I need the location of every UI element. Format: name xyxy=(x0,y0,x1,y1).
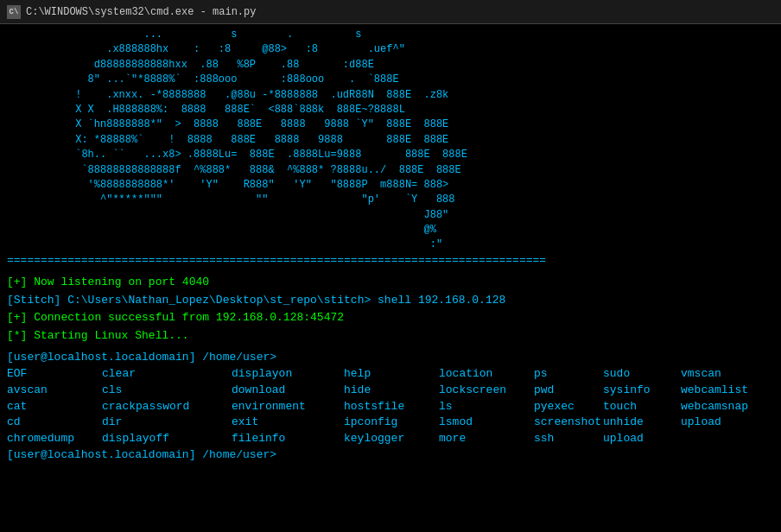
command-cell xyxy=(681,431,759,447)
command-cell: fileinfo xyxy=(232,431,344,447)
command-row: cddirexitipconfiglsmodscreenshotunhideup… xyxy=(7,415,774,431)
command-cell: ls xyxy=(439,399,534,415)
command-cell: location xyxy=(439,366,534,383)
command-cell: unhide xyxy=(603,415,681,431)
command-cell: EOF xyxy=(7,366,102,383)
command-cell: lsmod xyxy=(439,415,534,431)
separator-top: ========================================… xyxy=(7,253,774,269)
command-cell: crackpassword xyxy=(102,399,232,415)
command-cell: displayon xyxy=(232,366,344,383)
command-cell: hide xyxy=(344,383,439,399)
cmd-icon: C\ xyxy=(7,5,21,19)
command-cell: help xyxy=(344,366,439,383)
commands-list: EOFcleardisplayonhelplocationpssudovmsca… xyxy=(7,366,774,447)
command-cell: cat xyxy=(7,399,102,415)
command-cell: ipconfig xyxy=(344,415,439,431)
command-cell: chromedump xyxy=(7,431,102,447)
command-cell: avscan xyxy=(7,383,102,399)
command-row: catcrackpasswordenvironmenthostsfilelspy… xyxy=(7,399,774,415)
command-cell: upload xyxy=(681,415,759,431)
command-cell: webcamsnap xyxy=(681,399,759,415)
command-cell: upload xyxy=(603,431,681,447)
command-cell: webcamlist xyxy=(681,383,759,399)
ascii-art: ... s . s .x888888hx : :8 @88> :8 .uef^"… xyxy=(7,28,774,253)
prompt-line-2: [user@localhost.localdomain] /home/user> xyxy=(7,447,774,464)
command-cell: environment xyxy=(232,399,344,415)
title-bar: C\ C:\WINDOWS\system32\cmd.exe - main.py xyxy=(0,0,781,24)
command-cell: download xyxy=(232,383,344,399)
stitch-command: [Stitch] C:\Users\Nathan_Lopez\Desktop\s… xyxy=(7,293,774,309)
listening-message: [+] Now listening on port 4040 xyxy=(7,275,774,291)
command-cell: sudo xyxy=(603,366,681,383)
terminal-area[interactable]: ... s . s .x888888hx : :8 @88> :8 .uef^"… xyxy=(0,24,781,532)
command-cell: sysinfo xyxy=(603,383,681,399)
command-cell: pwd xyxy=(534,383,603,399)
command-cell: touch xyxy=(603,399,681,415)
command-cell: more xyxy=(439,431,534,447)
command-cell: ssh xyxy=(534,431,603,447)
command-cell: keylogger xyxy=(344,431,439,447)
command-row: avscanclsdownloadhidelockscreenpwdsysinf… xyxy=(7,383,774,399)
command-row: EOFcleardisplayonhelplocationpssudovmsca… xyxy=(7,366,774,383)
connection-message: [+] Connection successful from 192.168.0… xyxy=(7,310,774,326)
command-cell: clear xyxy=(102,366,232,383)
command-cell: screenshot xyxy=(534,415,603,431)
command-cell: ps xyxy=(534,366,603,383)
command-cell: pyexec xyxy=(534,399,603,415)
command-row: chromedumpdisplayofffileinfokeyloggermor… xyxy=(7,431,774,447)
command-cell: displayoff xyxy=(102,431,232,447)
window-title: C:\WINDOWS\system32\cmd.exe - main.py xyxy=(26,6,256,18)
command-cell: dir xyxy=(102,415,232,431)
command-cell: exit xyxy=(232,415,344,431)
command-cell: hostsfile xyxy=(344,399,439,415)
shell-start-message: [*] Starting Linux Shell... xyxy=(7,328,774,345)
command-cell: cls xyxy=(102,383,232,399)
prompt-line-1: [user@localhost.localdomain] /home/user> xyxy=(7,350,774,366)
command-cell: lockscreen xyxy=(439,383,534,399)
command-cell: vmscan xyxy=(681,366,759,383)
command-cell: cd xyxy=(7,415,102,431)
